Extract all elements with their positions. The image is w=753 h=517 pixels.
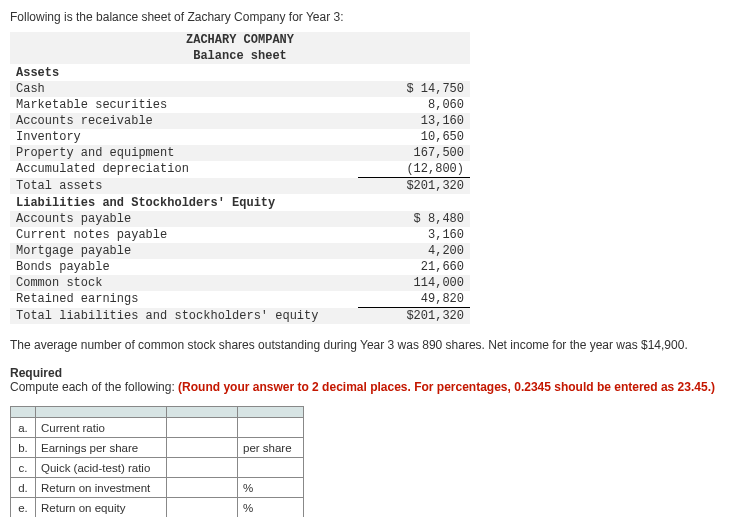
row-suffix — [238, 458, 304, 478]
liab-label: Mortgage payable — [10, 243, 358, 259]
asset-label: Accumulated depreciation — [10, 161, 358, 178]
company-name: ZACHARY COMPANY — [10, 32, 470, 48]
liab-amount: 21,660 — [358, 259, 470, 275]
asset-amount: $ 14,750 — [358, 81, 470, 97]
sheet-title: Balance sheet — [10, 48, 470, 64]
liab-label: Common stock — [10, 275, 358, 291]
answer-row: c. Quick (acid-test) ratio — [11, 458, 304, 478]
row-letter: d. — [11, 478, 36, 498]
balance-sheet-table: ZACHARY COMPANY Balance sheet Assets Cas… — [10, 32, 470, 324]
row-label: Quick (acid-test) ratio — [36, 458, 167, 478]
asset-label: Marketable securities — [10, 97, 358, 113]
liab-label: Retained earnings — [10, 291, 358, 308]
current-ratio-input[interactable] — [172, 418, 232, 437]
asset-label: Property and equipment — [10, 145, 358, 161]
total-liab-label: Total liabilities and stockholders' equi… — [10, 308, 358, 325]
liab-amount: 3,160 — [358, 227, 470, 243]
total-assets-label: Total assets — [10, 178, 358, 195]
required-heading: Required — [10, 366, 743, 380]
liabilities-heading: Liabilities and Stockholders' Equity — [10, 194, 470, 211]
intro-text: Following is the balance sheet of Zachar… — [10, 10, 743, 24]
row-suffix: % — [238, 498, 304, 518]
asset-label: Cash — [10, 81, 358, 97]
liab-amount: 114,000 — [358, 275, 470, 291]
answer-row: d. Return on investment % — [11, 478, 304, 498]
row-label: Current ratio — [36, 418, 167, 438]
asset-amount: 13,160 — [358, 113, 470, 129]
total-assets-amount: $201,320 — [358, 178, 470, 195]
required-instructions: Compute each of the following: (Round yo… — [10, 380, 743, 394]
row-label: Return on equity — [36, 498, 167, 518]
answer-row: e. Return on equity % — [11, 498, 304, 518]
asset-label: Accounts receivable — [10, 113, 358, 129]
liab-amount: $ 8,480 — [358, 211, 470, 227]
context-paragraph: The average number of common stock share… — [10, 338, 743, 352]
asset-amount: (12,800) — [358, 161, 470, 178]
answer-row: b. Earnings per share per share — [11, 438, 304, 458]
liab-label: Current notes payable — [10, 227, 358, 243]
required-text-plain: Compute each of the following: — [10, 380, 178, 394]
earnings-per-share-input[interactable] — [172, 438, 232, 457]
row-suffix: per share — [238, 438, 304, 458]
answer-table: a. Current ratio b. Earnings per share p… — [10, 406, 304, 517]
asset-amount: 8,060 — [358, 97, 470, 113]
row-label: Return on investment — [36, 478, 167, 498]
asset-amount: 167,500 — [358, 145, 470, 161]
asset-amount: 10,650 — [358, 129, 470, 145]
liab-label: Accounts payable — [10, 211, 358, 227]
assets-heading: Assets — [10, 64, 470, 81]
return-on-equity-input[interactable] — [172, 498, 232, 517]
row-letter: b. — [11, 438, 36, 458]
liab-amount: 49,820 — [358, 291, 470, 308]
row-suffix — [238, 418, 304, 438]
liab-label: Bonds payable — [10, 259, 358, 275]
row-label: Earnings per share — [36, 438, 167, 458]
quick-ratio-input[interactable] — [172, 458, 232, 477]
row-suffix: % — [238, 478, 304, 498]
total-liab-amount: $201,320 — [358, 308, 470, 325]
answer-row: a. Current ratio — [11, 418, 304, 438]
return-on-investment-input[interactable] — [172, 478, 232, 497]
row-letter: a. — [11, 418, 36, 438]
asset-label: Inventory — [10, 129, 358, 145]
required-text-red: (Round your answer to 2 decimal places. … — [178, 380, 715, 394]
liab-amount: 4,200 — [358, 243, 470, 259]
row-letter: c. — [11, 458, 36, 478]
row-letter: e. — [11, 498, 36, 518]
